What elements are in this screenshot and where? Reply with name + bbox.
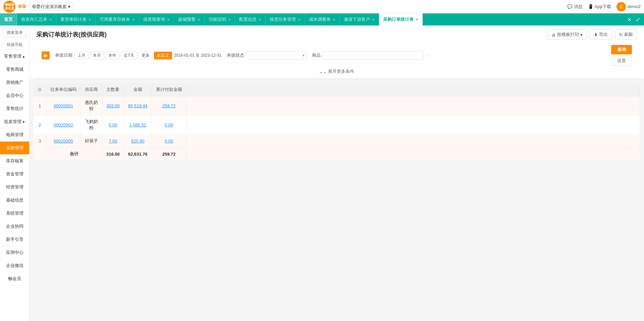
search-menu-btn[interactable]: 搜索菜单 bbox=[2, 28, 27, 37]
sidebar-item-ecommerce-mgmt[interactable]: 电商管理 bbox=[0, 128, 29, 142]
row-paid[interactable]: 259.72 bbox=[152, 96, 186, 115]
tab-cost-adjust[interactable]: 成本调整单 ✕ bbox=[305, 13, 340, 25]
tab-pick-task[interactable]: 拣货任务管理 ✕ bbox=[266, 13, 305, 25]
tab-close-icon[interactable]: ✕ bbox=[167, 18, 170, 21]
footer-quantity: 316.00 bbox=[102, 148, 124, 161]
row-code[interactable]: 00020002 bbox=[46, 115, 81, 135]
tab-close-icon[interactable]: ✕ bbox=[259, 18, 261, 21]
tab-close-icon[interactable]: ✕ bbox=[198, 18, 200, 21]
filter-date-last-month[interactable]: 上月 bbox=[74, 52, 89, 59]
filter-date-7days[interactable]: 近7天 bbox=[121, 52, 137, 59]
sidebar-item-vip-member[interactable]: 畅会员 bbox=[0, 272, 29, 285]
sidebar-item-enterprise-collab[interactable]: 企业协同 bbox=[0, 220, 29, 233]
sidebar-item-ops-mgmt[interactable]: 经营管理 bbox=[0, 181, 29, 194]
sidebar-item-finance-mgmt[interactable]: 资金管理 bbox=[0, 168, 29, 181]
tab-invite-downstream[interactable]: 邀请下游客户 ✕ bbox=[340, 13, 379, 25]
tab-func-desc[interactable]: 功能说明 ✕ bbox=[205, 13, 235, 25]
row-paid[interactable]: 0.00 bbox=[152, 115, 186, 135]
app-download-btn[interactable]: 📱 App下载 bbox=[588, 4, 611, 10]
custom-date-label: 自定义 bbox=[157, 53, 169, 58]
quick-nav-btn[interactable]: 快捷导航 bbox=[0, 40, 29, 50]
tab-close-icon[interactable]: ✕ bbox=[228, 18, 231, 21]
sidebar-item-label: 应用中心 bbox=[6, 250, 23, 255]
app-logo: 畅捷通好生意 bbox=[3, 1, 15, 13]
row-quantity[interactable]: 303.00 bbox=[102, 96, 124, 115]
sidebar-item-wholesale-mgmt[interactable]: 批发管理 ▼ bbox=[0, 115, 29, 128]
tab-order-summary[interactable]: 要货单统计表 ✕ bbox=[56, 13, 96, 25]
filter-date-more[interactable]: 更多 bbox=[139, 52, 153, 59]
filter-expand-arrow-btn[interactable]: ▶ bbox=[42, 51, 50, 59]
footer-empty-1 bbox=[34, 148, 46, 161]
row-amount[interactable]: 60,519.44 bbox=[124, 96, 152, 115]
tab-purchase-summary[interactable]: 采购订单统计表 ✕ bbox=[379, 13, 423, 25]
filter-date-custom[interactable]: 自定义 bbox=[154, 52, 172, 59]
row-code[interactable]: 00020001 bbox=[46, 96, 81, 115]
row-amount[interactable]: 525.80 bbox=[124, 135, 152, 148]
sidebar-item-retail-store[interactable]: 零售商城 bbox=[0, 63, 29, 76]
row-index: 1 bbox=[34, 96, 46, 115]
close-all-tabs-btn[interactable]: ✕ bbox=[626, 15, 633, 24]
filter-date-this-year[interactable]: 本年 bbox=[105, 52, 119, 59]
row-paid[interactable]: 0.00 bbox=[152, 135, 186, 148]
chevron-down-icon: ▲ bbox=[22, 55, 25, 58]
sidebar-item-purchase-mgmt[interactable]: 采购管理 bbox=[0, 142, 29, 155]
topbar: 畅捷通好生意 标版 母婴行业演示账套 ▾ 💬 消息 📱 App下载 E demo… bbox=[0, 0, 644, 13]
filter-date-this-month[interactable]: 本月 bbox=[90, 52, 104, 59]
sidebar-item-sys-mgmt[interactable]: 系统管理 bbox=[0, 207, 29, 220]
goods-input-more-icon[interactable]: ··· bbox=[425, 53, 429, 58]
row-empty bbox=[186, 96, 640, 115]
tab-home[interactable]: 首页 bbox=[0, 13, 17, 25]
tab-close-icon[interactable]: ✕ bbox=[89, 18, 91, 21]
sidebar-item-app-center[interactable]: 应用中心 bbox=[0, 246, 29, 259]
query-btn[interactable]: 查询 bbox=[611, 45, 632, 54]
row-amount[interactable]: 1,586.52 bbox=[124, 115, 152, 135]
tab-overstock[interactable]: 超储预警 ✕ bbox=[174, 13, 205, 25]
restore-window-btn[interactable]: ⤢ bbox=[634, 15, 641, 24]
tab-available-stock[interactable]: 可用量库存账本 ✕ bbox=[96, 13, 139, 25]
sidebar-item-label: 电商管理 bbox=[6, 132, 23, 137]
tab-close-icon[interactable]: ✕ bbox=[416, 18, 418, 21]
footer-empty-2 bbox=[186, 148, 640, 161]
sidebar-item-retail-mgmt[interactable]: 零售管理 ▲ bbox=[0, 50, 29, 63]
sidebar-item-member-center[interactable]: 会员中心 bbox=[0, 89, 29, 102]
sidebar-search: 搜索菜单 bbox=[0, 25, 29, 40]
sidebar: 搜索菜单 快捷导航 零售管理 ▲ 零售商城 营销推广 会员中心 零售统计 批发管… bbox=[0, 25, 30, 321]
tab-expiry-query[interactable]: 保质期查询 ✕ bbox=[139, 13, 174, 25]
sidebar-item-marketing[interactable]: 营销推广 bbox=[0, 76, 29, 89]
template-print-btn[interactable]: 🖨 按模板打印 ▾ bbox=[547, 30, 587, 40]
sidebar-item-basic-info[interactable]: 基础信息 bbox=[0, 194, 29, 207]
table-row: 1 00020001 惠氏奶粉 303.00 60,519.44 259.72 bbox=[34, 96, 640, 115]
row-supplier: 惠氏奶粉 bbox=[81, 96, 102, 115]
sidebar-item-label: 零售商城 bbox=[6, 67, 23, 72]
sidebar-item-enterprise-wechat[interactable]: 企业微信 bbox=[0, 259, 29, 272]
chevron-down-icon: ▼ bbox=[22, 120, 25, 124]
table-area: ⚙ 往来单位编码 供应商 主数量 金额 累计付款金额 1 00020001 bbox=[30, 79, 644, 321]
filter-goods-input[interactable] bbox=[323, 51, 423, 60]
tab-close-icon[interactable]: ✕ bbox=[333, 18, 335, 21]
table-row: 2 00020002 飞鹤奶粉 6.00 1,586.52 0.00 bbox=[34, 115, 640, 135]
export-btn[interactable]: ⬇ 导出 bbox=[590, 30, 612, 40]
sidebar-item-inventory-check[interactable]: 库存核算 bbox=[0, 155, 29, 168]
tab-close-icon[interactable]: ✕ bbox=[372, 18, 375, 21]
expand-more-conditions-btn[interactable]: ⌄⌄ 展开更多条件 bbox=[319, 68, 354, 74]
row-quantity[interactable]: 7.00 bbox=[102, 135, 124, 148]
column-settings-icon[interactable]: ⚙ bbox=[38, 87, 42, 92]
tab-label: 配置信息 bbox=[239, 16, 257, 22]
tab-receive-send[interactable]: 收发存汇总表 ✕ bbox=[17, 13, 56, 25]
workspace-selector[interactable]: 母婴行业演示账套 ▾ bbox=[29, 3, 73, 11]
chevron-down-icon: ⌄⌄ bbox=[319, 69, 327, 74]
tab-label: 采购订单统计表 bbox=[383, 16, 414, 22]
sidebar-item-new-user-guide[interactable]: 新手引导 bbox=[0, 233, 29, 246]
refresh-btn[interactable]: ↻ 刷新 bbox=[615, 30, 637, 40]
tab-close-icon[interactable]: ✕ bbox=[49, 18, 52, 21]
row-quantity[interactable]: 6.00 bbox=[102, 115, 124, 135]
tab-close-icon[interactable]: ✕ bbox=[298, 18, 301, 21]
settings-btn[interactable]: 设置 bbox=[611, 56, 632, 66]
messages-btn[interactable]: 💬 消息 bbox=[567, 4, 583, 10]
filter-status-select[interactable] bbox=[246, 51, 307, 60]
tab-config-info[interactable]: 配置信息 ✕ bbox=[235, 13, 266, 25]
tab-close-icon[interactable]: ✕ bbox=[132, 18, 135, 21]
sidebar-item-retail-stats[interactable]: 零售统计 bbox=[0, 102, 29, 115]
user-profile[interactable]: E demo2 bbox=[616, 2, 641, 11]
row-code[interactable]: 00020005 bbox=[46, 135, 81, 148]
